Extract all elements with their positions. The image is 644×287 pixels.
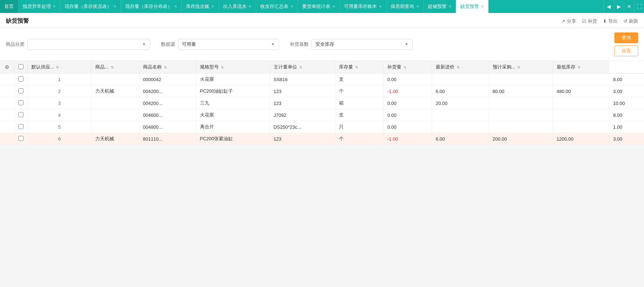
table-row: 1 0000042 火花塞 SS816 支 0.00 8.00 [0, 74, 644, 85]
tab-expiry-label: 保质期查询 [391, 3, 414, 10]
export-button[interactable]: ⬇ 导出 [603, 18, 618, 25]
tab-abnormal[interactable]: 拣货异常处理 × [18, 0, 60, 13]
tab-batch-account[interactable]: 库存批次账 × [182, 0, 219, 13]
th-product-name[interactable]: 商品名称 ⇅ [139, 61, 196, 74]
tab-inventory-dist[interactable]: 现存量（库存分布表） × [121, 0, 182, 13]
row-settings-cell [0, 109, 14, 121]
product-category-select[interactable]: ▼ [27, 39, 150, 50]
row-settings-cell [0, 74, 14, 85]
chevron-down-icon: ▼ [142, 42, 146, 47]
row-checkbox-cell [14, 121, 27, 133]
th-est-purchase[interactable]: 预计采购... ⇅ [489, 61, 553, 74]
row-min-inventory: 3.00 [609, 133, 644, 145]
share-button[interactable]: ↗ 分享 [561, 18, 576, 25]
tab-inventory-status[interactable]: 现存量（库存状况表） × [60, 0, 121, 13]
filter-bar: 商品分类 ▼ 数据源 可用量 ▼ 补货基数 安全库存 ▼ 查询 设置 [0, 28, 644, 56]
row-product-name: PC200油缸缸子 [196, 85, 270, 97]
tab-expiry[interactable]: 保质期查询 × [386, 0, 423, 13]
tab-inventory-status-close[interactable]: × [114, 4, 116, 9]
row-checkbox[interactable] [18, 100, 23, 105]
tab-inout-flow[interactable]: 出入库流水 × [219, 0, 256, 13]
settings-button[interactable]: 设置 [614, 45, 638, 56]
th-default-supplier-label: 默认供应... [31, 64, 54, 70]
tab-home-label: 首页 [4, 3, 14, 10]
tab-batch-account-close[interactable]: × [212, 4, 214, 9]
row-default-supplier [91, 121, 139, 133]
row-checkbox[interactable] [18, 88, 23, 93]
row-settings-cell [0, 97, 14, 109]
row-num: 6 [27, 133, 91, 145]
refresh-button[interactable]: ↺ 刷新 [623, 18, 638, 25]
tab-shortage-close[interactable]: × [481, 4, 484, 9]
tab-expiry-close[interactable]: × [416, 4, 419, 9]
row-est-purchase [553, 121, 609, 133]
th-latest-price[interactable]: 最新进价 ⇅ [432, 61, 489, 74]
row-checkbox[interactable] [18, 136, 23, 141]
th-min-inventory[interactable]: 最低库存 ⇅ [553, 61, 609, 74]
query-button[interactable]: 查询 [614, 32, 638, 43]
tab-available-ledger-close[interactable]: × [379, 4, 382, 9]
th-inventory[interactable]: 库存量 ⇅ [335, 61, 383, 74]
row-est-purchase [553, 97, 609, 109]
export-icon: ⬇ [603, 18, 607, 24]
filter-product-category: 商品分类 ▼ [6, 39, 150, 50]
tab-home[interactable]: 首页 [0, 0, 18, 13]
filter-data-source: 数据源 可用量 ▼ [161, 39, 279, 50]
row-product-name: 火花塞 [196, 74, 270, 85]
tab-overstock-label: 超储预警 [428, 3, 447, 10]
sort-icon-price: ⇅ [457, 65, 460, 69]
th-default-supplier[interactable]: 默认供应... ⇅ [27, 61, 91, 74]
tab-abnormal-label: 拣货异常处理 [23, 3, 51, 10]
row-product-code: 004800... [139, 121, 196, 133]
tab-close-all-button[interactable]: ✕ [624, 0, 634, 13]
th-product-code[interactable]: 商品... ⇅ [91, 61, 139, 74]
th-unit[interactable]: 主计量单位 ⇅ [270, 61, 335, 74]
row-default-supplier [91, 97, 139, 109]
row-min-inventory: 1.00 [609, 121, 644, 133]
replenish-button[interactable]: ☑ 补货 [582, 18, 597, 25]
tab-shortage[interactable]: 缺货预警 × [456, 0, 488, 13]
tab-collect-summary-close[interactable]: × [291, 4, 293, 9]
select-all-checkbox[interactable] [18, 64, 23, 69]
tab-nav-buttons: ◀ ▶ ✕ ⛶ [604, 0, 644, 13]
row-est-purchase [553, 74, 609, 85]
tab-available-ledger[interactable]: 可用量库存账本 × [340, 0, 386, 13]
th-spec[interactable]: 规格型号 ⇅ [196, 61, 270, 74]
tab-order-stats[interactable]: 要货单统计表 × [298, 0, 340, 13]
page-title: 缺货预警 [6, 17, 561, 25]
chevron-down-icon2: ▼ [271, 42, 275, 47]
row-checkbox[interactable] [18, 76, 23, 81]
th-replenish-qty[interactable]: 补货量 ⇅ [383, 61, 432, 74]
tab-prev-button[interactable]: ◀ [604, 0, 614, 13]
replenish-base-select[interactable]: 安全库存 ▼ [312, 39, 413, 50]
tab-batch-account-label: 库存批次账 [186, 3, 209, 10]
tab-inout-flow-label: 出入库流水 [223, 3, 247, 10]
tab-inventory-dist-close[interactable]: × [174, 4, 177, 9]
tab-inout-flow-close[interactable]: × [249, 4, 251, 9]
row-num: 2 [27, 85, 91, 97]
share-icon: ↗ [561, 18, 565, 24]
settings-gear-icon[interactable]: ⚙ [5, 64, 9, 70]
tab-overstock[interactable]: 超储预警 × [423, 0, 456, 13]
th-spec-label: 规格型号 [200, 64, 219, 70]
tab-order-stats-close[interactable]: × [332, 4, 335, 9]
row-min-inventory: 8.00 [609, 74, 644, 85]
row-product-name: 三九 [196, 97, 270, 109]
sort-icon-supplier: ⇅ [56, 65, 59, 69]
replenish-icon: ☑ [582, 18, 586, 24]
row-checkbox[interactable] [18, 124, 23, 129]
table-row: 5 004800... 离合片 DS250*23c... 只 0.00 1.00 [0, 121, 644, 133]
row-num: 5 [27, 121, 91, 133]
row-default-supplier: 力天机械 [91, 85, 139, 97]
row-latest-price: 200.00 [489, 133, 553, 145]
row-checkbox[interactable] [18, 112, 23, 117]
tab-collect-summary[interactable]: 收发存汇总表 × [256, 0, 298, 13]
tab-next-button[interactable]: ▶ [614, 0, 624, 13]
tab-abnormal-close[interactable]: × [53, 4, 56, 9]
row-checkbox-cell [14, 97, 27, 109]
row-product-name: 火花塞 [196, 109, 270, 121]
tab-inventory-status-label: 现存量（库存状况表） [65, 3, 112, 10]
tab-fullscreen-button[interactable]: ⛶ [634, 0, 644, 13]
data-source-select[interactable]: 可用量 ▼ [178, 39, 279, 50]
tab-overstock-close[interactable]: × [449, 4, 451, 9]
